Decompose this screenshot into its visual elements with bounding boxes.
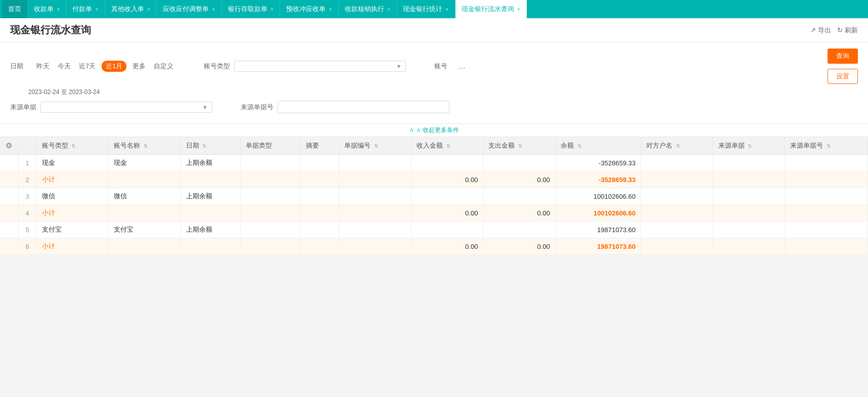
- export-icon: ↗: [810, 26, 816, 34]
- column-date[interactable]: 日期 ⇅: [180, 137, 241, 155]
- refresh-button[interactable]: ↻ 刷新: [837, 26, 858, 35]
- column-balance[interactable]: 余额 ⇅: [555, 137, 641, 155]
- filter-row-2: 来源单据 ▼ 来源单据号: [10, 101, 858, 113]
- cell-expense: 0.00: [483, 238, 556, 255]
- cell-source_doc: [713, 155, 785, 171]
- cell-expense: 0.00: [483, 205, 556, 222]
- close-icon[interactable]: ×: [387, 6, 390, 12]
- date-options: 昨天今天近7天近1月更多自定义: [34, 61, 175, 72]
- cell-account_name: [109, 205, 181, 222]
- account-label: 账号: [434, 62, 454, 71]
- nav-home[interactable]: 首页: [2, 0, 28, 18]
- column-account_type[interactable]: 账号类型 ⇅: [36, 137, 109, 155]
- nav-tab[interactable]: 收款核销执行×: [339, 0, 397, 18]
- nav-tab[interactable]: 其他收入单×: [105, 0, 157, 18]
- page-header: 现金银行流水查询 ↗ 导出 ↻ 刷新: [0, 18, 868, 42]
- cell-index: 3: [18, 188, 36, 205]
- account-dots[interactable]: ...: [459, 62, 465, 71]
- sort-icon: ⇅: [374, 143, 378, 149]
- top-navigation: 首页 收款单×付款单×其他收入单×应收应付调整单×银行存取款单×预收冲应收单×收…: [0, 0, 868, 18]
- account-type-select[interactable]: ▼: [234, 61, 406, 72]
- nav-tab-label: 现金银行统计: [403, 5, 442, 14]
- query-button[interactable]: 查询: [828, 49, 858, 64]
- cell-balance: 100102606.60: [555, 205, 641, 222]
- cell-index: 6: [18, 238, 36, 255]
- date-option[interactable]: 近7天: [77, 61, 98, 72]
- date-option[interactable]: 更多: [130, 61, 148, 72]
- cell-source_doc: [713, 188, 785, 205]
- cell-index: 2: [18, 171, 36, 188]
- nav-tab-label: 其他收入单: [111, 5, 144, 14]
- nav-tab[interactable]: 银行存取款单×: [222, 0, 280, 18]
- column-account_name[interactable]: 账号名称 ⇅: [109, 137, 181, 155]
- column-settings[interactable]: ⚙: [0, 137, 18, 155]
- column-doc_no[interactable]: 单据编号 ⇅: [339, 137, 412, 155]
- nav-tab-label: 银行存取款单: [228, 5, 267, 14]
- close-icon[interactable]: ×: [147, 6, 150, 12]
- date-label: 日期: [10, 62, 30, 71]
- cell-doc_type: [241, 238, 301, 255]
- cell-account_type: 小计: [36, 171, 109, 188]
- column-summary: 摘要: [300, 137, 339, 155]
- column-counterparty[interactable]: 对方户名 ⇅: [641, 137, 713, 155]
- setting-button[interactable]: 设置: [828, 69, 858, 84]
- date-option[interactable]: 近1月: [102, 61, 126, 72]
- table-container: ⚙账号类型 ⇅账号名称 ⇅日期 ⇅单据类型摘要单据编号 ⇅收入金额 ⇅支出金额 …: [0, 137, 868, 255]
- date-option[interactable]: 昨天: [34, 61, 52, 72]
- nav-tab-label: 应收应付调整单: [163, 5, 209, 14]
- cell-expense: 0.00: [483, 171, 556, 188]
- data-table: ⚙账号类型 ⇅账号名称 ⇅日期 ⇅单据类型摘要单据编号 ⇅收入金额 ⇅支出金额 …: [0, 137, 868, 255]
- close-icon[interactable]: ×: [212, 6, 215, 12]
- table-row: 4小计0.000.00100102606.60: [0, 205, 868, 222]
- nav-tab[interactable]: 收款单×: [28, 0, 66, 18]
- cell-source_doc_no: [785, 205, 868, 222]
- close-icon[interactable]: ×: [517, 6, 520, 12]
- table-row: 3微信微信上期余额100102606.60: [0, 188, 868, 205]
- date-option[interactable]: 自定义: [152, 61, 175, 72]
- nav-tab[interactable]: 应收应付调整单×: [157, 0, 221, 18]
- cell-counterparty: [641, 222, 713, 238]
- source-doc-label: 来源单据: [10, 103, 36, 112]
- column-source_doc[interactable]: 来源单据 ⇅: [713, 137, 785, 155]
- cell-source_doc_no: [785, 188, 868, 205]
- export-button[interactable]: ↗ 导出: [810, 26, 831, 35]
- account-type-filter-section: 账号类型 ▼: [204, 61, 406, 72]
- close-icon[interactable]: ×: [270, 6, 273, 12]
- collapse-bar[interactable]: ∧ ∧ 收起更多条件: [0, 124, 868, 137]
- column-income[interactable]: 收入金额 ⇅: [411, 137, 483, 155]
- sort-icon: ⇅: [144, 143, 148, 149]
- nav-tab[interactable]: 现金银行统计×: [397, 0, 455, 18]
- cell-balance: -3528659.33: [555, 171, 641, 188]
- cell-summary: [300, 238, 339, 255]
- source-doc-no-input[interactable]: [278, 101, 449, 113]
- close-icon[interactable]: ×: [95, 6, 98, 12]
- close-icon[interactable]: ×: [329, 6, 332, 12]
- cell-source_doc_no: [785, 238, 868, 255]
- nav-tab-label: 付款单: [72, 5, 92, 14]
- cell-date: [180, 238, 241, 255]
- close-icon[interactable]: ×: [57, 6, 60, 12]
- date-option[interactable]: 今天: [56, 61, 73, 72]
- cell-counterparty: [641, 155, 713, 171]
- table-row: 5支付宝支付宝上期余额19871073.60: [0, 222, 868, 238]
- cell-account_type: 现金: [36, 155, 109, 171]
- action-buttons: 查询 设置: [828, 49, 858, 84]
- cell-balance: 100102606.60: [555, 188, 641, 205]
- account-type-label: 账号类型: [204, 62, 230, 71]
- cell-date: [180, 205, 241, 222]
- cell-account_type: 小计: [36, 205, 109, 222]
- cell-source_doc: [713, 171, 785, 188]
- source-doc-select[interactable]: ▼: [40, 102, 212, 113]
- nav-tab[interactable]: 付款单×: [66, 0, 105, 18]
- column-expense[interactable]: 支出金额 ⇅: [483, 137, 556, 155]
- chevron-down-icon-2: ▼: [202, 104, 208, 110]
- cell-source_doc_no: [785, 222, 868, 238]
- nav-tab[interactable]: 预收冲应收单×: [280, 0, 338, 18]
- nav-tab[interactable]: 现金银行流水查询×: [455, 0, 527, 18]
- cell-income: 0.00: [411, 238, 483, 255]
- close-icon[interactable]: ×: [445, 6, 448, 12]
- sort-icon: ⇅: [71, 143, 75, 149]
- column-source_doc_no[interactable]: 来源单据号 ⇅: [785, 137, 868, 155]
- cell-doc_type: [241, 155, 301, 171]
- sort-icon: ⇅: [577, 143, 581, 149]
